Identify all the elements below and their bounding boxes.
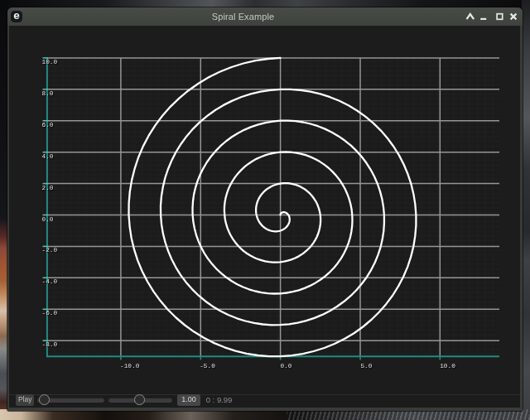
svg-text:-10.0: -10.0 <box>120 363 140 369</box>
svg-text:0.0: 0.0 <box>280 363 292 369</box>
svg-text:-4.0: -4.0 <box>42 278 58 285</box>
svg-text:2.0: 2.0 <box>42 184 54 191</box>
svg-text:10.0: 10.0 <box>42 58 58 65</box>
svg-text:-6.0: -6.0 <box>42 310 58 316</box>
svg-text:4.0: 4.0 <box>42 152 54 159</box>
svg-text:0.0: 0.0 <box>42 215 54 222</box>
svg-text:10.0: 10.0 <box>440 363 455 369</box>
svg-text:-8.0: -8.0 <box>42 341 58 348</box>
svg-text:6.0: 6.0 <box>42 121 54 128</box>
svg-text:5.0: 5.0 <box>360 363 372 369</box>
svg-text:-2.0: -2.0 <box>42 247 58 253</box>
svg-text:-5.0: -5.0 <box>200 363 215 369</box>
svg-text:8.0: 8.0 <box>42 89 54 96</box>
